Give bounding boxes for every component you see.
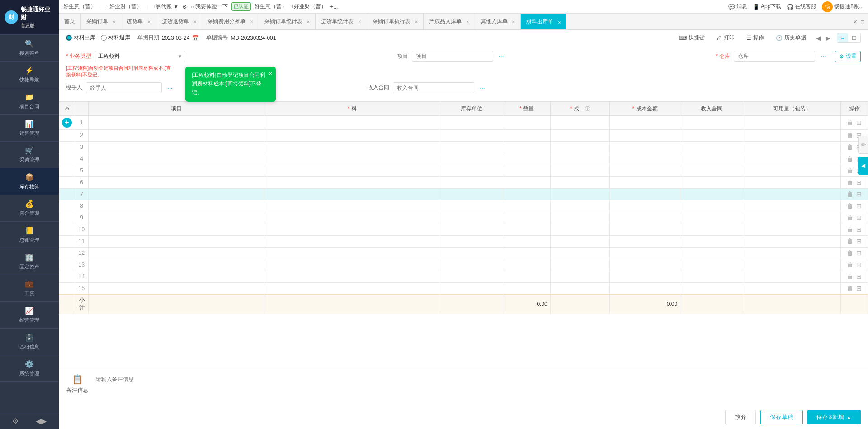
td-revenue-contract-10[interactable] [680,224,743,235]
sidebar-item-quick-nav[interactable]: ⚡ 快捷导航 [0,62,59,88]
delete-row-9-icon[interactable]: 🗑 [847,214,853,221]
copy-row-9-icon[interactable]: ⊞ [856,214,862,221]
delete-row-11-icon[interactable]: 🗑 [847,238,853,245]
td-project-1[interactable] [89,115,264,129]
top-nav-good-wealth2[interactable]: +好业财（普） [291,3,326,10]
td-cost-amount-9[interactable] [609,212,680,224]
td-available-2[interactable] [743,129,841,141]
td-cost-price-4[interactable] [550,153,609,165]
td-material-12[interactable] [264,247,440,259]
td-quantity-9[interactable] [503,212,551,224]
td-cost-amount-14[interactable] [609,271,680,282]
tab-purchase-exec[interactable]: 采购订单执行表 × [367,14,424,29]
td-project-4[interactable] [89,153,264,165]
td-cost-price-2[interactable] [550,129,609,141]
copy-row-6-icon[interactable]: ⊞ [856,179,862,186]
td-project-12[interactable] [89,247,264,259]
delete-row-7-icon[interactable]: 🗑 [847,191,853,198]
discard-button[interactable]: 放弃 [725,410,756,424]
project-input[interactable] [412,51,493,62]
td-material-3[interactable] [264,141,440,153]
td-available-7[interactable] [743,188,841,200]
td-stock-unit-14[interactable] [440,271,503,282]
sidebar-item-inventory[interactable]: 📦 库存核算 [0,168,59,195]
td-project-7-input[interactable] [91,191,261,198]
td-cost-price-6[interactable] [550,176,609,188]
grid-view-btn[interactable]: ⊞ [848,33,860,42]
tab-goods-in[interactable]: 进货单 × [121,14,156,29]
radio-material-return[interactable]: 材料退库 [101,34,130,42]
td-quantity-13[interactable] [503,259,551,271]
td-material-7[interactable] [264,188,440,200]
td-cost-amount-13[interactable] [609,259,680,271]
sidebar-item-assets[interactable]: 🏢 固定资产 [0,248,59,275]
td-material-1[interactable] [264,115,440,129]
top-nav-good-biz[interactable]: 好生意（普） [63,3,96,10]
td-project-13[interactable] [89,259,264,271]
td-material-7-input[interactable] [267,191,437,198]
td-material-8[interactable] [264,200,440,212]
shortcut-btn[interactable]: ⌨ 快捷键 [675,33,708,43]
calendar-icon[interactable]: 📅 [192,35,199,41]
delete-row-8-icon[interactable]: 🗑 [847,202,853,210]
td-quantity-11[interactable] [503,235,551,247]
td-material-14[interactable] [264,271,440,282]
td-available-6[interactable] [743,176,841,188]
settings-gear-icon[interactable]: ⚙ [12,417,19,425]
td-revenue-contract-4[interactable] [680,153,743,165]
collapse-sidebar-icon[interactable]: ◀▶ [36,417,47,425]
biz-type-select[interactable]: 工程领料 ▼ [95,51,185,62]
sidebar-item-sales[interactable]: 📊 销售管理 [0,115,59,142]
td-stock-unit-4[interactable] [440,153,503,165]
copy-row-8-icon[interactable]: ⊞ [856,202,862,210]
delete-row-4-icon[interactable]: 🗑 [847,155,853,162]
td-project-7[interactable] [89,188,264,200]
td-available-4[interactable] [743,153,841,165]
settings-btn[interactable]: ⚙ 设置 [835,51,861,62]
tab-other-in[interactable]: 其他入库单 × [475,14,521,29]
handler-input[interactable] [86,82,162,93]
top-nav-good-biz2[interactable]: 好生意（普） [255,3,287,10]
td-cost-amount-7[interactable] [609,188,680,200]
td-cost-price-15[interactable] [550,282,609,294]
copy-row-14-icon[interactable]: ⊞ [856,273,862,280]
delete-row-12-icon[interactable]: 🗑 [847,249,853,257]
tab-product-in[interactable]: 产成品入库单 × [424,14,475,29]
td-project-2[interactable] [89,129,264,141]
tab-goods-return-close[interactable]: × [193,19,196,24]
td-material-15[interactable] [264,282,440,294]
td-cost-price-7[interactable] [550,188,609,200]
project-ellipsis-icon[interactable]: ··· [499,52,504,60]
delete-row-15-icon[interactable]: 🗑 [847,285,853,292]
td-available-12[interactable] [743,247,841,259]
delete-row-6-icon[interactable]: 🗑 [847,179,853,186]
td-revenue-contract-9[interactable] [680,212,743,224]
tab-other-in-close[interactable]: × [512,19,515,24]
td-quantity-7[interactable] [503,188,551,200]
td-cost-amount-4[interactable] [609,153,680,165]
add-row-btn[interactable]: + [62,118,72,128]
td-cost-price-5[interactable] [550,165,609,176]
td-available-14[interactable] [743,271,841,282]
copy-row-1-icon[interactable]: ⊞ [856,119,862,126]
delete-row-10-icon[interactable]: 🗑 [847,226,853,233]
right-tool-pencil[interactable]: ✏ [858,136,868,154]
td-cost-amount-5[interactable] [609,165,680,176]
td-cost-amount-8[interactable] [609,200,680,212]
td-stock-unit-3[interactable] [440,141,503,153]
copy-row-13-icon[interactable]: ⊞ [856,261,862,268]
td-material-13[interactable] [264,259,440,271]
online-service-btn[interactable]: 🎧 在线客服 [787,3,816,10]
td-available-1[interactable] [743,115,841,129]
td-quantity-1[interactable] [503,115,551,129]
td-stock-unit-1[interactable] [440,115,503,129]
td-stock-unit-6[interactable] [440,176,503,188]
td-revenue-contract-8[interactable] [680,200,743,212]
td-revenue-contract-12[interactable] [680,247,743,259]
td-revenue-contract-7[interactable] [680,188,743,200]
sidebar-item-payroll[interactable]: 💼 工资 [0,275,59,302]
copy-row-12-icon[interactable]: ⊞ [856,249,862,257]
sidebar-item-search[interactable]: 🔍 搜索菜单 [0,35,59,62]
sidebar-item-ops[interactable]: 📈 经营管理 [0,302,59,329]
td-quantity-5[interactable] [503,165,551,176]
